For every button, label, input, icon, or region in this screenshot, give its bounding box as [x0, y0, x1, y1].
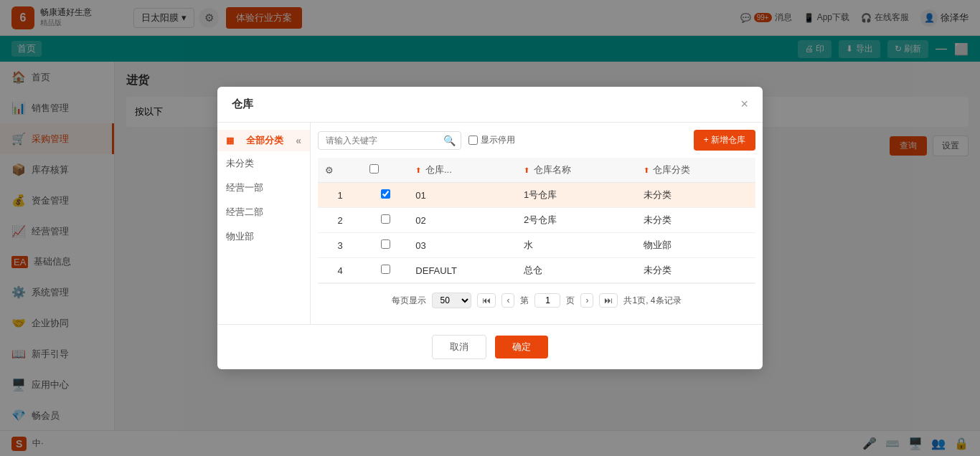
col-code-header: ⬆ 仓库...: [408, 158, 517, 183]
per-page-label: 每页显示: [392, 295, 426, 307]
search-icon[interactable]: 🔍: [443, 135, 456, 146]
table-header-row: ⚙ ⬆ 仓库... ⬆ 仓库名称: [318, 158, 755, 183]
modal-close-button[interactable]: ×: [740, 97, 748, 112]
row-cb-4[interactable]: [362, 258, 408, 283]
category-item-unclassified[interactable]: 未分类: [217, 151, 310, 176]
per-page-select[interactable]: 10 20 50 100: [432, 293, 471, 308]
page-label: 第: [520, 295, 529, 307]
total-records-label: 共1页, 4条记录: [623, 295, 681, 307]
last-page-button[interactable]: ⏭: [599, 293, 618, 308]
row-name-1: 1号仓库: [517, 183, 636, 208]
modal-title: 仓库: [232, 98, 253, 111]
pagination: 每页显示 10 20 50 100 ⏮ ‹ 第 页 › ⏭ 共1页, 4条记录: [318, 283, 755, 317]
table-body: 1 01 1号仓库 未分类 2 02 2号仓库: [318, 183, 755, 283]
next-page-button[interactable]: ›: [580, 293, 593, 308]
row-num-1: 1: [318, 183, 362, 208]
col-settings: ⚙: [318, 158, 362, 183]
category-item-ops2[interactable]: 经营二部: [217, 200, 310, 224]
row-code-1: 01: [408, 183, 517, 208]
row-num-3: 3: [318, 233, 362, 258]
page-end-label: 页: [566, 295, 575, 307]
show-disabled-label[interactable]: 显示停用: [468, 134, 515, 146]
sort-icon: ⬆: [415, 166, 421, 174]
sort-icon-3: ⬆: [644, 166, 649, 174]
modal-header: 仓库 ×: [217, 87, 763, 123]
table-row[interactable]: 2 02 2号仓库 未分类: [318, 208, 755, 233]
row-cat-4: 未分类: [636, 258, 755, 283]
table-container: ⚙ ⬆ 仓库... ⬆ 仓库名称: [318, 158, 755, 283]
select-all-checkbox[interactable]: [369, 164, 379, 174]
category-item-property[interactable]: 物业部: [217, 224, 310, 249]
category-sidebar: ▦ 全部分类 « 未分类 经营一部 经营二部 物业部: [217, 123, 311, 324]
modal-overlay: 仓库 × ▦ 全部分类 « 未分类 经营一部 经营二部 物业部: [0, 0, 980, 456]
modal-footer: 取消 确定: [217, 324, 763, 369]
col-checkbox: [362, 158, 408, 183]
row-cb-3[interactable]: [362, 233, 408, 258]
table-row[interactable]: 4 DEFAULT 总仓 未分类: [318, 258, 755, 283]
sort-icon-2: ⬆: [524, 166, 529, 174]
table-row[interactable]: 1 01 1号仓库 未分类: [318, 183, 755, 208]
add-warehouse-button[interactable]: + 新增仓库: [694, 130, 755, 151]
row-cat-3: 物业部: [636, 233, 755, 258]
row-num-4: 4: [318, 258, 362, 283]
table-head: ⚙ ⬆ 仓库... ⬆ 仓库名称: [318, 158, 755, 183]
row-code-3: 03: [408, 233, 517, 258]
row-cat-2: 未分类: [636, 208, 755, 233]
search-input[interactable]: [318, 131, 461, 150]
search-wrap: 🔍: [318, 131, 461, 150]
cancel-button[interactable]: 取消: [432, 335, 486, 359]
row-num-2: 2: [318, 208, 362, 233]
table-toolbar: 🔍 显示停用 + 新增仓库: [318, 130, 755, 151]
row-name-3: 水: [517, 233, 636, 258]
col-category-header: ⬆ 仓库分类: [636, 158, 755, 183]
row-cb-1[interactable]: [362, 183, 408, 208]
row-cat-1: 未分类: [636, 183, 755, 208]
page-input[interactable]: [534, 293, 560, 308]
table-row[interactable]: 3 03 水 物业部: [318, 233, 755, 258]
row-code-4: DEFAULT: [408, 258, 517, 283]
table-area: 🔍 显示停用 + 新增仓库 ⚙: [311, 123, 763, 324]
prev-page-button[interactable]: ‹: [501, 293, 514, 308]
grid-icon: ▦: [226, 136, 234, 146]
category-item-ops1[interactable]: 经营一部: [217, 176, 310, 200]
confirm-button[interactable]: 确定: [495, 336, 548, 358]
row-name-2: 2号仓库: [517, 208, 636, 233]
warehouse-table: ⚙ ⬆ 仓库... ⬆ 仓库名称: [318, 158, 755, 283]
col-name-header: ⬆ 仓库名称: [517, 158, 636, 183]
all-categories-item[interactable]: ▦ 全部分类 «: [217, 130, 310, 151]
row-code-2: 02: [408, 208, 517, 233]
first-page-button[interactable]: ⏮: [477, 293, 496, 308]
row-cb-2[interactable]: [362, 208, 408, 233]
warehouse-modal: 仓库 × ▦ 全部分类 « 未分类 经营一部 经营二部 物业部: [217, 87, 763, 369]
modal-body: ▦ 全部分类 « 未分类 经营一部 经营二部 物业部 🔍: [217, 123, 763, 324]
show-disabled-checkbox[interactable]: [468, 136, 478, 145]
collapse-button[interactable]: «: [296, 135, 301, 146]
row-name-4: 总仓: [517, 258, 636, 283]
